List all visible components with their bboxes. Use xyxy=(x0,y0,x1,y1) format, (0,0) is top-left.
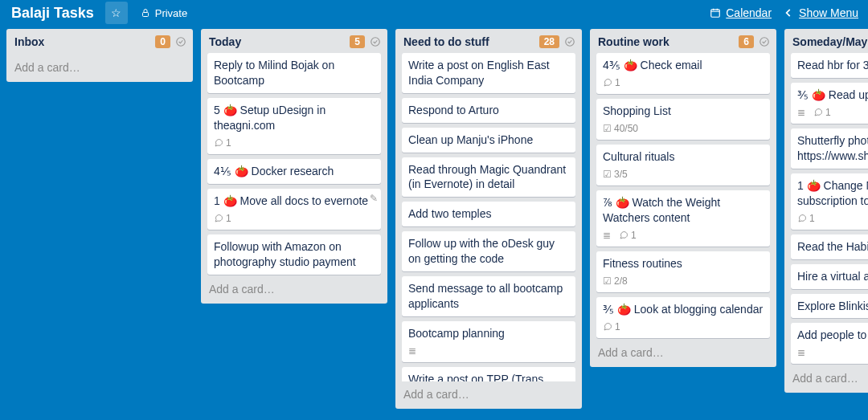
card-title: Fitness routines xyxy=(603,256,764,271)
card[interactable]: ⅗ 🍅 Read up on≣1 xyxy=(791,83,868,124)
card[interactable]: ⅗ 🍅 Look at blogging calendar1 xyxy=(596,297,770,338)
card[interactable]: Fitness routines☑2/8 xyxy=(596,251,770,292)
comment-count: 1 xyxy=(226,137,231,149)
show-menu-link[interactable]: Show Menu xyxy=(783,6,858,19)
list-name[interactable]: Need to do stuff xyxy=(403,35,534,48)
card[interactable]: Followup with Amazon on photography stud… xyxy=(207,234,381,275)
star-button[interactable]: ☆ xyxy=(105,2,128,24)
card[interactable]: Hire a virtual ass xyxy=(791,264,868,289)
calendar-link[interactable]: Calendar xyxy=(710,6,772,19)
checklist-badge: ☑2/8 xyxy=(603,275,628,287)
add-card-button[interactable]: Add a card… xyxy=(201,276,387,304)
card-title: ⅞ 🍅 Watch the Weight Watchers content xyxy=(603,195,764,226)
comment-badge: 1 xyxy=(603,320,620,333)
card[interactable]: Add two temples xyxy=(402,202,575,226)
add-card-button[interactable]: Add a card… xyxy=(590,340,776,367)
star-icon: ☆ xyxy=(111,6,121,19)
card[interactable]: Read through Magic Quandrant (in Evernot… xyxy=(402,157,575,198)
card[interactable]: Follow up with the oDesk guy on getting … xyxy=(402,231,575,271)
card[interactable]: Explore Blinkist - summarie xyxy=(791,294,868,319)
privacy-label: Private xyxy=(155,7,187,19)
list-header: Today5 xyxy=(201,29,387,51)
card-title: Shopping List xyxy=(603,104,764,119)
checklist-badge: ☑3/5 xyxy=(603,168,628,181)
card-title: Add people to M website xyxy=(797,328,868,343)
card[interactable]: Write a post on English East India Compa… xyxy=(402,53,575,93)
card-title: Shutterfly photo https://www.shutterfly … xyxy=(797,133,868,164)
comment-badge: 1 xyxy=(603,76,620,89)
card-title: Explore Blinkist - summarie xyxy=(797,299,868,314)
card-badges: ☑3/5 xyxy=(603,168,764,181)
card[interactable]: Reply to Milind Bojak on Bootcamp xyxy=(207,53,381,93)
checklist-icon: ☑ xyxy=(603,275,612,287)
subscribe-icon[interactable] xyxy=(370,36,381,47)
comment-count: 1 xyxy=(226,212,231,225)
list: Inbox0Add a card… xyxy=(6,29,193,82)
card[interactable]: Shutterfly photo https://www.shutterfly … xyxy=(791,128,868,169)
calendar-label: Calendar xyxy=(726,6,772,19)
privacy-button[interactable]: Private xyxy=(134,2,194,24)
add-card-button[interactable]: Add a card… xyxy=(784,365,868,393)
svg-point-2 xyxy=(177,38,186,47)
card-badges: 1 xyxy=(603,76,764,89)
card[interactable]: 1 🍅 Move all docs to evernote✎1 xyxy=(207,189,381,230)
checklist-count: 3/5 xyxy=(614,168,628,181)
chevron-left-icon xyxy=(783,7,794,18)
pencil-icon[interactable]: ✎ xyxy=(370,192,378,205)
comment-icon xyxy=(603,78,612,88)
card-list: Write a post on English East India Compa… xyxy=(395,51,582,381)
list: Routine work64⅗ 🍅 Check email1Shopping L… xyxy=(590,29,776,367)
card-title: Reply to Milind Bojak on Bootcamp xyxy=(214,58,375,88)
list-name[interactable]: Routine work xyxy=(598,35,734,48)
card[interactable]: Write a post on TPP (Trans Pacific Partn… xyxy=(402,367,575,381)
list-count-badge: 5 xyxy=(350,35,365,48)
list-header: Someday/Maybe xyxy=(784,29,868,51)
subscribe-icon[interactable] xyxy=(175,36,186,47)
card[interactable]: Add people to M website≣ xyxy=(791,323,868,364)
list-name[interactable]: Today xyxy=(209,35,345,48)
card-badges: ≣1 xyxy=(797,106,868,119)
list: Today5Reply to Milind Bojak on Bootcamp5… xyxy=(201,29,387,304)
card-title: 4⅕ 🍅 Docker research xyxy=(214,164,375,179)
list-name[interactable]: Inbox xyxy=(14,35,150,48)
card[interactable]: Read hbr for 30 m xyxy=(791,53,868,78)
card[interactable]: 4⅗ 🍅 Check email1 xyxy=(596,53,770,94)
card[interactable]: 4⅕ 🍅 Docker research xyxy=(207,159,381,184)
card-badges: ≣ xyxy=(408,345,569,357)
checklist-icon: ☑ xyxy=(603,168,612,181)
subscribe-icon[interactable] xyxy=(759,36,770,47)
add-card-button[interactable]: Add a card… xyxy=(395,381,582,409)
card-title: Bootcamp planning xyxy=(408,326,569,341)
card[interactable]: Send message to all bootcamp applicants xyxy=(402,276,575,316)
list-name[interactable]: Someday/Maybe xyxy=(792,35,868,48)
checklist-badge: ☑40/50 xyxy=(603,122,638,135)
card[interactable]: ⅞ 🍅 Watch the Weight Watchers content≣1 xyxy=(596,190,770,247)
card[interactable]: 1 🍅 Change Name subscription to M1 xyxy=(791,173,868,230)
card[interactable]: Read the Habits xyxy=(791,234,868,259)
card-title: ⅗ 🍅 Read up on xyxy=(797,88,868,103)
board-header: Balaji Tasks ☆ Private Calendar Show Men… xyxy=(0,0,868,26)
calendar-icon xyxy=(710,7,721,18)
card-title: 1 🍅 Move all docs to evernote xyxy=(214,194,375,209)
card-title: Follow up with the oDesk guy on getting … xyxy=(408,236,569,267)
svg-rect-1 xyxy=(711,10,720,17)
comment-count: 1 xyxy=(825,106,831,119)
card-title: Read through Magic Quandrant (in Evernot… xyxy=(408,162,569,193)
card-title: Hire a virtual ass xyxy=(797,269,868,284)
comment-icon xyxy=(813,108,823,117)
list-count-badge: 28 xyxy=(539,35,559,48)
card[interactable]: Bootcamp planning≣ xyxy=(402,321,575,362)
card[interactable]: Shopping List☑40/50 xyxy=(596,99,770,140)
add-card-button[interactable]: Add a card… xyxy=(6,55,193,82)
list-header: Need to do stuff28 xyxy=(395,29,582,51)
board-canvas[interactable]: Inbox0Add a card…Today5Reply to Milind B… xyxy=(0,26,868,418)
card[interactable]: Clean up Manju's iPhone xyxy=(402,128,575,153)
card[interactable]: Respond to Arturo xyxy=(402,98,575,123)
list-header: Routine work6 xyxy=(590,29,776,51)
card[interactable]: Cultural rituals☑3/5 xyxy=(596,145,770,186)
comment-icon xyxy=(797,214,807,223)
card[interactable]: 5 🍅 Setup uDesign in theagni.com1 xyxy=(207,98,381,154)
card-badges: 1 xyxy=(214,212,375,225)
subscribe-icon[interactable] xyxy=(564,36,575,47)
board-title: Balaji Tasks xyxy=(6,5,99,22)
